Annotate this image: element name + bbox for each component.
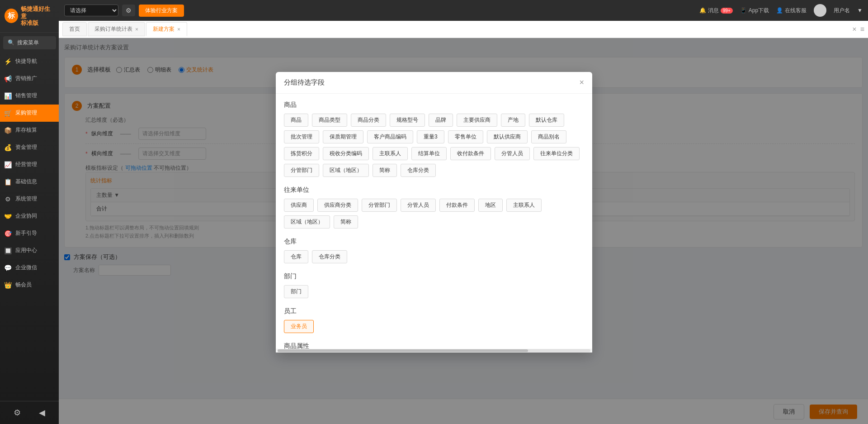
section-employee: 员工 业务员 [284,307,584,333]
tabs-bar: 首页 采购订单统计表 × 新建方案 × × ≡ [59,21,868,38]
tabs-menu-btn[interactable]: ≡ [860,25,864,33]
section-counterpart-title: 往来单位 [284,186,584,194]
sidebar-item-quick-nav[interactable]: ⚡ 快捷导航 [0,53,59,70]
chip-splx[interactable]: 商品类型 [312,114,347,127]
chip-cd[interactable]: 产地 [501,114,525,127]
guide-icon: 🎯 [4,229,12,238]
sidebar-item-member[interactable]: 👑 畅会员 [0,276,59,294]
phone-icon: 📱 [740,7,747,14]
chip-bzqgl[interactable]: 保质期管理 [323,130,363,143]
chip-khspbm[interactable]: 客户商品编码 [367,130,413,143]
chip-pp[interactable]: 品牌 [429,114,453,127]
chip-pcgl[interactable]: 批次管理 [284,130,319,143]
sidebar-item-marketing[interactable]: 📢 营销推广 [0,70,59,87]
chip-jc2[interactable]: 简称 [334,215,358,229]
chip-ckfl[interactable]: 仓库分类 [401,164,436,177]
header-gear-button[interactable]: ⚙ [122,5,135,16]
chip-fgbm[interactable]: 分管部门 [284,164,319,177]
header-left: 请选择 ⚙ 体验行业方案 [64,5,184,17]
chip-spbm[interactable]: 商品别名 [531,130,566,143]
chip-sp[interactable]: 商品 [284,114,308,127]
chip-bm[interactable]: 部门 [284,285,308,298]
section-product-title: 商品 [284,101,584,109]
chip-zlxsr2[interactable]: 主联系人 [506,199,542,212]
sidebar-item-operation[interactable]: 📈 经营管理 [0,156,59,173]
collapse-btn[interactable]: ◀ [37,406,47,419]
chip-lwdwfl[interactable]: 往来单位分类 [533,147,580,160]
tabs-actions: × ≡ [852,25,864,33]
online-service-btn[interactable]: 👤 在线客服 [776,7,807,14]
chip-ssfllbm[interactable]: 税收分类编码 [323,147,369,160]
tab-new-plan-close[interactable]: × [177,26,180,33]
chip-dq[interactable]: 地区 [478,199,503,212]
chip-qydq2[interactable]: 区域（地区） [284,215,330,229]
modal-hscrollbar[interactable] [276,349,592,353]
tab-new-plan[interactable]: 新建方案 × [146,22,187,36]
user-name: 用户名 [834,7,850,14]
chip-spfl[interactable]: 商品分类 [351,114,386,127]
modal-close-button[interactable]: × [579,78,584,86]
header-select[interactable]: 请选择 [64,5,118,16]
basic-info-icon: 📋 [4,178,12,186]
chip-mrck[interactable]: 默认仓库 [529,114,564,127]
sidebar-item-finance[interactable]: 💰 资金管理 [0,139,59,156]
chip-mrgys[interactable]: 默认供应商 [487,130,528,143]
operation-icon: 📈 [4,161,12,169]
sidebar-item-basic-info[interactable]: 📋 基础信息 [0,173,59,191]
warehouse-chips: 仓库 仓库分类 [284,250,584,263]
chip-ck[interactable]: 仓库 [284,250,308,263]
section-warehouse-title: 仓库 [284,238,584,246]
avatar[interactable] [814,4,826,17]
sidebar-item-app-center[interactable]: 🔲 应用中心 [0,242,59,259]
chip-qydq[interactable]: 区域（地区） [323,164,369,177]
app-download-btn[interactable]: 📱 App下载 [740,7,769,14]
modal-header: 分组待选字段 × [276,72,592,94]
tab-purchase-stats[interactable]: 采购订单统计表 × [88,22,145,36]
section-product-attr-title: 商品属性 [284,342,584,349]
sidebar-item-cooperation[interactable]: 🤝 企业协同 [0,208,59,225]
tab-purchase-close[interactable]: × [135,26,138,33]
search-menu-button[interactable]: 🔍 搜索菜单 [3,36,56,49]
wechat-icon: 💬 [4,264,12,272]
chip-zl3[interactable]: 重量3 [417,130,444,143]
chip-fktj[interactable]: 付款条件 [439,199,475,212]
chip-zygys[interactable]: 主要供应商 [457,114,497,127]
tab-home[interactable]: 首页 [62,22,87,36]
sidebar-item-wechat[interactable]: 💬 企业微信 [0,259,59,276]
chip-zlxsr[interactable]: 主联系人 [373,147,408,160]
header-right: 🔔 消息 99+ 📱 App下载 👤 在线客服 用户名 ▼ [699,4,863,17]
sidebar-item-system[interactable]: ⚙ 系统管理 [0,191,59,208]
cooperation-icon: 🤝 [4,212,12,220]
chip-ckfl2[interactable]: 仓库分类 [312,250,347,263]
sidebar-item-guide[interactable]: 🎯 新手引导 [0,225,59,242]
tabs-close-all-btn[interactable]: × [852,25,856,33]
chip-sftktj[interactable]: 收付款条件 [450,147,491,160]
hscroll-thumb [278,349,528,352]
section-product: 商品 商品 商品类型 商品分类 规格型号 品牌 主要供应商 产地 默认仓库 批次… [284,101,584,177]
chip-phjf[interactable]: 拣货积分 [284,147,319,160]
chip-fgry2[interactable]: 分管人员 [401,199,436,212]
sidebar-item-sales[interactable]: 📊 销售管理 [0,87,59,105]
sidebar-bottom: ⚙ ◀ [0,401,59,424]
chip-jc[interactable]: 简称 [373,164,397,177]
settings-bottom-btn[interactable]: ⚙ [12,406,23,419]
system-icon: ⚙ [4,195,12,203]
chip-gysfl[interactable]: 供应商分类 [317,199,358,212]
chip-fgry[interactable]: 分管人员 [495,147,530,160]
modal-title: 分组待选字段 [284,78,325,87]
section-employee-title: 员工 [284,307,584,315]
chip-lsdw[interactable]: 零售单位 [448,130,483,143]
sidebar-item-purchase[interactable]: 🛒 采购管理 [0,105,59,122]
chip-jsdw[interactable]: 结算单位 [411,147,447,160]
experience-btn[interactable]: 体验行业方案 [139,5,184,17]
chip-gys[interactable]: 供应商 [284,199,314,212]
employee-chips: 业务员 [284,320,584,333]
chip-ggxh[interactable]: 规格型号 [390,114,425,127]
inventory-icon: 📦 [4,126,12,134]
chip-fgbm2[interactable]: 分管部门 [362,199,397,212]
sidebar-item-inventory[interactable]: 📦 库存核算 [0,122,59,139]
chip-ywy[interactable]: 业务员 [284,320,314,333]
logo-text: 畅捷通好生意 标准版 [21,5,54,27]
notifications-btn[interactable]: 🔔 消息 99+ [699,7,733,14]
dropdown-icon[interactable]: ▼ [857,7,863,14]
